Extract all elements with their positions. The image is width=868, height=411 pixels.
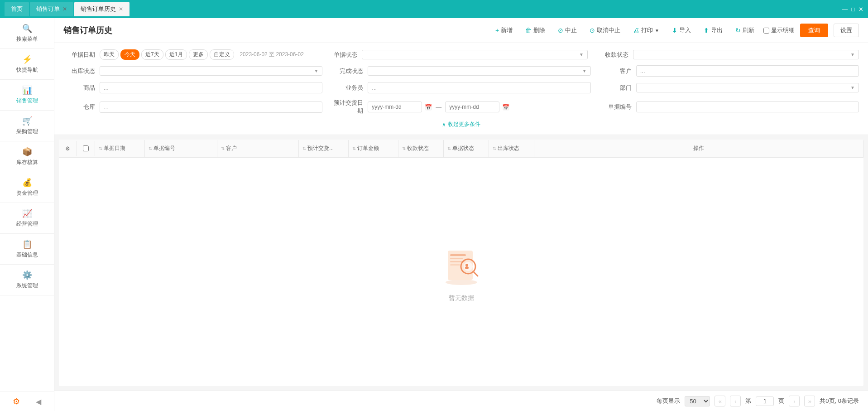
- cancel-stop-button[interactable]: ⊙ 取消中止: [586, 24, 624, 36]
- sidebar-item-inventory[interactable]: 📦 库存核算: [0, 141, 54, 172]
- export-button[interactable]: ⬆ 导出: [700, 24, 726, 36]
- sidebar-item-finance[interactable]: 💰 资金管理: [0, 172, 54, 203]
- delivery-date-start-input[interactable]: [368, 102, 422, 112]
- th-checkbox[interactable]: [77, 141, 95, 156]
- sort-order-no-icon[interactable]: ⇅: [149, 146, 152, 151]
- sidebar-item-purchase-mgmt[interactable]: 🛒 采购管理: [0, 111, 54, 141]
- date-tag-1month[interactable]: 近1月: [165, 49, 187, 60]
- th-delivery: ⇅ 预计交货...: [299, 140, 349, 157]
- filter-row-product: 商品 ... 业务员 ... 部门 ▼: [63, 82, 859, 93]
- salesperson-ellipsis[interactable]: ...: [368, 82, 590, 93]
- filter-area: 单据日期 昨天 今天 近7天 近1月 更多 自定义 2023-06-02 至 2…: [54, 43, 868, 135]
- customer-ellipsis[interactable]: ...: [636, 65, 859, 77]
- basic-info-icon: 📋: [22, 239, 32, 249]
- order-no-input[interactable]: [636, 102, 859, 112]
- window-maximize[interactable]: □: [851, 6, 855, 13]
- sidebar-bottom: ⚙ ◀: [0, 392, 54, 411]
- sort-date-icon[interactable]: ⇅: [99, 146, 102, 151]
- sort-customer-icon[interactable]: ⇅: [221, 146, 225, 151]
- stop-button[interactable]: ⊘ 中止: [554, 24, 580, 36]
- th-receipt-status: ⇅ 收款状态: [398, 140, 444, 157]
- settings-button[interactable]: 设置: [834, 24, 859, 37]
- warehouse-ellipsis[interactable]: ...: [100, 102, 322, 113]
- import-button[interactable]: ⬇ 导入: [668, 24, 695, 36]
- table-settings-icon[interactable]: ⚙: [65, 145, 70, 152]
- svg-point-0: [446, 280, 477, 285]
- sidebar-item-sales-mgmt[interactable]: 📊 销售管理: [0, 80, 54, 111]
- sidebar-item-search-menu[interactable]: 🔍 搜索菜单: [0, 18, 54, 49]
- date-range-display: 2023-06-02 至 2023-06-02: [240, 51, 303, 58]
- operation-icon: 📈: [22, 208, 32, 218]
- window-minimize[interactable]: —: [842, 6, 848, 13]
- main-layout: 🔍 搜索菜单 ⚡ 快捷导航 📊 销售管理 🛒 采购管理 📦 库存核算 💰 资金管…: [0, 18, 868, 411]
- dept-select[interactable]: ▼: [636, 83, 859, 92]
- total-info: 共0页, 0条记录: [820, 397, 859, 405]
- refresh-button[interactable]: ↻ 刷新: [732, 24, 758, 36]
- add-icon: +: [495, 27, 499, 34]
- first-page-btn[interactable]: «: [715, 396, 725, 406]
- sidebar-settings-icon[interactable]: ⚙: [13, 396, 20, 406]
- th-settings[interactable]: ⚙: [59, 141, 77, 156]
- tab-sales-order[interactable]: 销售订单 ✕: [30, 2, 73, 16]
- sort-receipt-status-icon[interactable]: ⇅: [402, 146, 406, 151]
- complete-status-select[interactable]: ▼: [368, 66, 590, 76]
- purchase-mgmt-icon: 🛒: [22, 116, 32, 126]
- top-bar: 首页 销售订单 ✕ 销售订单历史 ✕ — □ ✕: [0, 0, 868, 18]
- empty-illustration: [434, 242, 489, 287]
- refresh-icon: ↻: [735, 27, 741, 34]
- page-title: 销售订单历史: [63, 25, 112, 36]
- next-page-btn[interactable]: ›: [789, 396, 800, 406]
- delete-icon: 🗑: [525, 27, 532, 34]
- sort-out-status-icon[interactable]: ⇅: [493, 146, 496, 151]
- quick-nav-icon: ⚡: [22, 54, 32, 64]
- tab-sales-order-history[interactable]: 销售订单历史 ✕: [74, 2, 129, 16]
- date-tag-yesterday[interactable]: 昨天: [100, 49, 119, 60]
- cal-end-icon[interactable]: 📅: [502, 104, 509, 111]
- sidebar-collapse-icon[interactable]: ◀: [36, 397, 41, 406]
- sort-delivery-icon[interactable]: ⇅: [302, 146, 306, 151]
- sidebar-item-operation[interactable]: 📈 经营管理: [0, 203, 54, 234]
- out-status-select[interactable]: ▼: [100, 66, 322, 76]
- collapse-filters-btn[interactable]: ∧ 收起更多条件: [63, 121, 859, 128]
- close-tab-sales-order[interactable]: ✕: [62, 6, 67, 12]
- print-button[interactable]: 🖨 打印 ▼: [629, 24, 663, 36]
- th-order-status: ⇅ 单据状态: [444, 140, 489, 157]
- delivery-date-end-input[interactable]: [445, 102, 499, 112]
- date-tag-today[interactable]: 今天: [120, 49, 139, 60]
- sidebar-item-quick-nav[interactable]: ⚡ 快捷导航: [0, 49, 54, 80]
- page-size-select[interactable]: 50 10 20 100: [685, 396, 710, 406]
- filter-row-status: 出库状态 ▼ 完成状态 ▼ 客户 ...: [63, 65, 859, 77]
- sidebar: 🔍 搜索菜单 ⚡ 快捷导航 📊 销售管理 🛒 采购管理 📦 库存核算 💰 资金管…: [0, 18, 54, 411]
- order-status-select[interactable]: ▼: [362, 50, 588, 59]
- svg-point-9: [465, 264, 468, 266]
- receipt-status-select[interactable]: ▼: [633, 50, 859, 59]
- svg-rect-5: [450, 264, 460, 266]
- empty-text: 暂无数据: [449, 294, 474, 302]
- select-all-checkbox[interactable]: [83, 145, 89, 151]
- sort-order-status-icon[interactable]: ⇅: [447, 146, 451, 151]
- show-detail-checkbox-wrapper[interactable]: 显示明细: [763, 26, 795, 34]
- date-tag-more[interactable]: 更多: [189, 49, 208, 60]
- window-close[interactable]: ✕: [858, 6, 863, 13]
- product-ellipsis[interactable]: ...: [100, 82, 322, 93]
- inventory-icon: 📦: [22, 147, 32, 157]
- svg-point-7: [464, 262, 473, 271]
- last-page-btn[interactable]: »: [804, 396, 815, 406]
- th-date: ⇅ 单据日期: [95, 140, 145, 157]
- show-detail-checkbox[interactable]: [763, 28, 769, 34]
- delete-button[interactable]: 🗑 删除: [522, 24, 549, 36]
- sidebar-item-sys-mgmt[interactable]: ⚙️ 系统管理: [0, 265, 54, 295]
- table-header: ⚙ ⇅ 单据日期 ⇅ 单据编号 ⇅ 客户 ⇅: [59, 140, 863, 158]
- toolbar: + 新增 🗑 删除 ⊘ 中止 ⊙ 取消中止 🖨 打印: [492, 24, 859, 37]
- close-tab-sales-order-history[interactable]: ✕: [119, 6, 123, 12]
- date-tag-7days[interactable]: 近7天: [141, 49, 163, 60]
- sidebar-item-basic-info[interactable]: 📋 基础信息: [0, 234, 54, 265]
- cal-start-icon[interactable]: 📅: [425, 104, 432, 111]
- tab-home[interactable]: 首页: [5, 2, 29, 16]
- prev-page-btn[interactable]: ‹: [730, 396, 741, 406]
- add-button[interactable]: + 新增: [492, 24, 516, 36]
- sort-amount-icon[interactable]: ⇅: [352, 146, 356, 151]
- date-tag-custom[interactable]: 自定义: [210, 49, 234, 60]
- query-button[interactable]: 查询: [800, 24, 828, 37]
- page-number-input[interactable]: [756, 396, 774, 406]
